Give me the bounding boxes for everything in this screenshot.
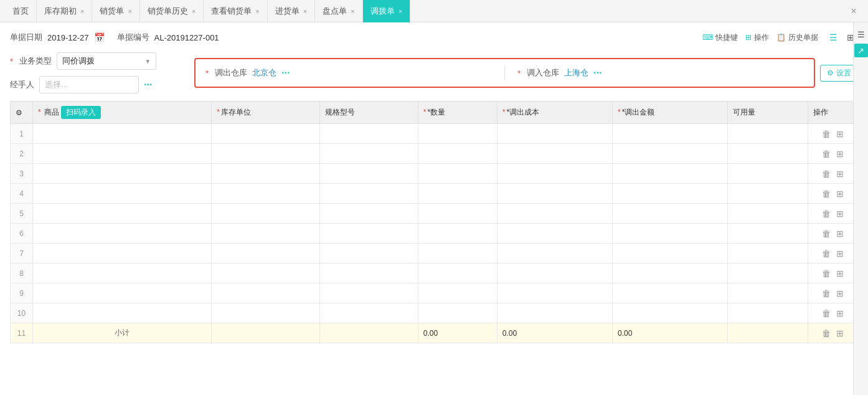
cell-unit[interactable] bbox=[212, 264, 320, 283]
cell-qty[interactable] bbox=[418, 144, 497, 164]
tab-close-icon[interactable]: × bbox=[255, 7, 259, 15]
cell-amount[interactable] bbox=[613, 144, 728, 164]
cell-cost[interactable] bbox=[497, 283, 612, 303]
cell-amount[interactable] bbox=[613, 303, 728, 323]
person-more-button[interactable]: ··· bbox=[144, 79, 152, 90]
delete-icon[interactable]: 🗑 bbox=[822, 189, 831, 199]
col-gear[interactable]: ⚙ bbox=[11, 102, 33, 124]
tab-close-icon[interactable]: × bbox=[128, 7, 131, 15]
calendar-icon[interactable]: 📅 bbox=[94, 32, 105, 42]
cell-cost[interactable] bbox=[497, 144, 612, 164]
cell-spec[interactable] bbox=[320, 224, 418, 244]
settings-button[interactable]: ⚙ 设置 bbox=[820, 65, 858, 82]
cell-product[interactable] bbox=[33, 204, 212, 224]
delete-icon[interactable]: 🗑 bbox=[822, 149, 831, 159]
cell-cost[interactable] bbox=[497, 303, 612, 323]
tab-view-sales[interactable]: 查看销货单 × bbox=[204, 0, 267, 22]
layout-list-button[interactable]: ☰ bbox=[826, 30, 841, 45]
cell-spec[interactable] bbox=[320, 184, 418, 204]
copy-icon[interactable]: ⊞ bbox=[836, 269, 844, 278]
cell-cost[interactable] bbox=[497, 264, 612, 283]
cell-spec[interactable] bbox=[320, 124, 418, 144]
cell-unit[interactable] bbox=[212, 204, 320, 224]
cell-cost[interactable] bbox=[497, 204, 612, 224]
cell-qty[interactable] bbox=[418, 204, 497, 224]
shortcuts-button[interactable]: ⌨ 快捷键 bbox=[702, 32, 738, 43]
cell-cost[interactable] bbox=[497, 184, 612, 204]
cell-product[interactable] bbox=[33, 224, 212, 244]
out-warehouse-more-button[interactable]: ··· bbox=[281, 67, 290, 79]
delete-icon[interactable]: 🗑 bbox=[822, 129, 831, 139]
tab-stocktake[interactable]: 盘点单 × bbox=[315, 0, 362, 22]
copy-icon[interactable]: ⊞ bbox=[836, 149, 844, 159]
cell-amount[interactable] bbox=[613, 204, 728, 224]
delete-icon[interactable]: 🗑 bbox=[822, 169, 831, 179]
cell-unit[interactable] bbox=[212, 164, 320, 184]
cell-qty[interactable] bbox=[418, 264, 497, 283]
copy-icon[interactable]: ⊞ bbox=[836, 129, 844, 139]
copy-icon[interactable]: ⊞ bbox=[836, 328, 844, 338]
cell-product[interactable] bbox=[33, 244, 212, 264]
sidebar-expand-icon[interactable]: ↗ bbox=[854, 44, 868, 57]
tab-close-icon[interactable]: × bbox=[351, 7, 354, 15]
cell-qty[interactable] bbox=[418, 283, 497, 303]
tab-close-icon[interactable]: × bbox=[80, 7, 84, 15]
cell-spec[interactable] bbox=[320, 164, 418, 184]
delete-icon[interactable]: 🗑 bbox=[822, 308, 831, 318]
tab-sales-order[interactable]: 销货单 × bbox=[92, 0, 139, 22]
cell-available[interactable] bbox=[728, 144, 808, 164]
cell-amount[interactable] bbox=[613, 283, 728, 303]
cell-qty[interactable] bbox=[418, 164, 497, 184]
cell-amount[interactable] bbox=[613, 184, 728, 204]
cell-unit[interactable] bbox=[212, 303, 320, 323]
sidebar-list-icon[interactable]: ☰ bbox=[854, 27, 868, 41]
tab-inventory-init[interactable]: 库存期初 × bbox=[37, 0, 92, 22]
copy-icon[interactable]: ⊞ bbox=[836, 169, 844, 179]
cell-cost[interactable] bbox=[497, 124, 612, 144]
delete-icon[interactable]: 🗑 bbox=[822, 229, 831, 239]
delete-icon[interactable]: 🗑 bbox=[822, 288, 831, 298]
copy-icon[interactable]: ⊞ bbox=[836, 229, 844, 239]
cell-available[interactable] bbox=[728, 283, 808, 303]
operations-button[interactable]: ⊞ 操作 bbox=[745, 32, 769, 43]
delete-icon[interactable]: 🗑 bbox=[822, 269, 831, 278]
business-type-select[interactable]: 同价调拨 ▼ bbox=[57, 52, 156, 70]
cell-product[interactable] bbox=[33, 264, 212, 283]
tab-purchase[interactable]: 进货单 × bbox=[268, 0, 315, 22]
cell-spec[interactable] bbox=[320, 303, 418, 323]
cell-product[interactable] bbox=[33, 124, 212, 144]
copy-icon[interactable]: ⊞ bbox=[836, 308, 844, 318]
cell-available[interactable] bbox=[728, 124, 808, 144]
cell-product[interactable] bbox=[33, 283, 212, 303]
copy-icon[interactable]: ⊞ bbox=[836, 189, 844, 199]
tab-home[interactable]: 首页 bbox=[5, 0, 37, 22]
cell-amount[interactable] bbox=[613, 124, 728, 144]
delete-icon[interactable]: 🗑 bbox=[822, 328, 831, 338]
cell-qty[interactable] bbox=[418, 184, 497, 204]
cell-unit[interactable] bbox=[212, 184, 320, 204]
cell-product[interactable] bbox=[33, 144, 212, 164]
cell-cost[interactable] bbox=[497, 244, 612, 264]
copy-icon[interactable]: ⊞ bbox=[836, 249, 844, 259]
cell-unit[interactable] bbox=[212, 124, 320, 144]
cell-product[interactable] bbox=[33, 184, 212, 204]
cell-qty[interactable] bbox=[418, 124, 497, 144]
tab-sales-history[interactable]: 销货单历史 × bbox=[140, 0, 204, 22]
cell-unit[interactable] bbox=[212, 283, 320, 303]
cell-amount[interactable] bbox=[613, 264, 728, 283]
cell-cost[interactable] bbox=[497, 164, 612, 184]
cell-available[interactable] bbox=[728, 224, 808, 244]
tab-close-icon[interactable]: × bbox=[399, 7, 402, 15]
cell-available[interactable] bbox=[728, 244, 808, 264]
tab-bar-close-button[interactable]: × bbox=[844, 2, 863, 21]
cell-cost[interactable] bbox=[497, 224, 612, 244]
delete-icon[interactable]: 🗑 bbox=[822, 209, 831, 219]
tab-close-icon[interactable]: × bbox=[303, 7, 307, 15]
copy-icon[interactable]: ⊞ bbox=[836, 288, 844, 298]
cell-unit[interactable] bbox=[212, 144, 320, 164]
copy-icon[interactable]: ⊞ bbox=[836, 209, 844, 219]
cell-spec[interactable] bbox=[320, 264, 418, 283]
cell-available[interactable] bbox=[728, 264, 808, 283]
in-warehouse-more-button[interactable]: ··· bbox=[593, 67, 601, 79]
cell-qty[interactable] bbox=[418, 244, 497, 264]
